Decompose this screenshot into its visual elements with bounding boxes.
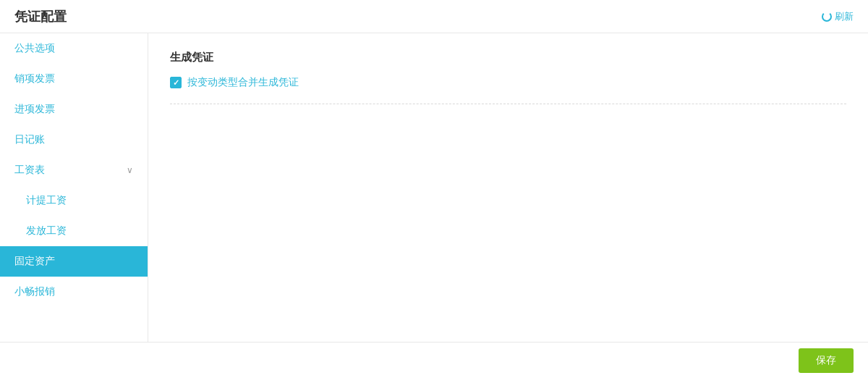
merge-checkbox-label[interactable]: 按变动类型合并生成凭证: [187, 76, 299, 89]
sidebar-item-sales-invoice[interactable]: 销项发票: [0, 64, 148, 94]
section-divider: [170, 104, 846, 104]
sidebar-item-payroll[interactable]: 工资表∨: [0, 155, 148, 185]
refresh-icon: [822, 12, 832, 22]
footer: 保存: [0, 342, 868, 378]
checkbox-row: 按变动类型合并生成凭证: [170, 76, 846, 89]
merge-checkbox[interactable]: [170, 77, 182, 88]
page-title: 凭证配置: [14, 8, 67, 25]
main-content: 生成凭证 按变动类型合并生成凭证: [148, 33, 868, 342]
sidebar-item-fixed-assets[interactable]: 固定资产: [0, 246, 148, 277]
sidebar-item-label: 工资表: [14, 164, 45, 177]
sidebar-item-accrual-payroll[interactable]: 计提工资: [0, 185, 148, 216]
refresh-label: 刷新: [835, 10, 854, 23]
sidebar-item-expense[interactable]: 小畅报销: [0, 277, 148, 307]
header: 凭证配置 刷新: [0, 0, 868, 33]
save-button[interactable]: 保存: [799, 348, 854, 373]
refresh-button[interactable]: 刷新: [822, 10, 854, 23]
chevron-down-icon: ∨: [127, 165, 133, 175]
sidebar-item-purchase-invoice[interactable]: 进项发票: [0, 94, 148, 125]
sidebar-item-journal[interactable]: 日记账: [0, 125, 148, 155]
page-wrapper: 凭证配置 刷新 公共选项销项发票进项发票日记账工资表∨计提工资发放工资固定资产小…: [0, 0, 868, 378]
content-area: 公共选项销项发票进项发票日记账工资表∨计提工资发放工资固定资产小畅报销 生成凭证…: [0, 33, 868, 342]
sidebar-item-public[interactable]: 公共选项: [0, 33, 148, 64]
sidebar: 公共选项销项发票进项发票日记账工资表∨计提工资发放工资固定资产小畅报销: [0, 33, 148, 342]
section-title: 生成凭证: [170, 51, 846, 64]
sidebar-item-release-payroll[interactable]: 发放工资: [0, 216, 148, 246]
